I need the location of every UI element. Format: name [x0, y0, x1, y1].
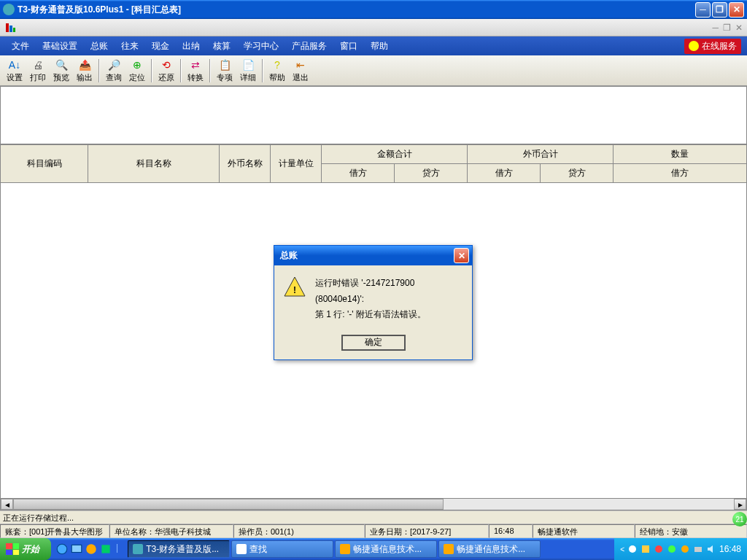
tray-chevron-icon[interactable]: <	[620, 545, 624, 553]
svg-rect-0	[6, 23, 9, 32]
menu-5[interactable]: 出纳	[177, 37, 206, 55]
svg-point-11	[655, 545, 662, 553]
menu-6[interactable]: 核算	[207, 37, 236, 55]
svg-rect-2	[13, 28, 15, 32]
ql-icon-4[interactable]	[99, 542, 112, 556]
mdi-restore-icon[interactable]: ❐	[723, 23, 731, 33]
tool-label-退出: 退出	[293, 72, 309, 83]
tool-定位[interactable]: ⊕定位	[125, 57, 149, 85]
tray-icon-5[interactable]	[680, 544, 690, 554]
tray-icon-3[interactable]	[654, 544, 664, 554]
svg-point-12	[668, 545, 676, 553]
tool-设置[interactable]: A↓设置	[3, 57, 26, 85]
menu-9[interactable]: 窗口	[334, 37, 363, 55]
mdi-bar: ─ ❐ ✕	[0, 19, 747, 36]
desktop-icon[interactable]	[70, 542, 83, 556]
mdi-close-icon[interactable]: ✕	[735, 23, 743, 33]
scroll-left-button[interactable]: ◂	[1, 499, 13, 510]
toolbar-separator	[180, 59, 182, 82]
task-icon-3	[444, 544, 454, 554]
tool-label-还原: 还原	[158, 72, 174, 83]
tray-icon-6[interactable]	[693, 544, 703, 554]
status-vendor: 畅捷通软件	[533, 524, 635, 538]
tray-icon-1[interactable]	[627, 544, 638, 554]
status-operator: 操作员：001(1)	[233, 524, 365, 538]
ie-icon[interactable]	[55, 542, 69, 556]
menu-2[interactable]: 总账	[85, 37, 114, 55]
tray-icon-2[interactable]	[640, 544, 651, 554]
quick-launch: |	[51, 542, 125, 556]
scroll-thumb[interactable]	[13, 499, 444, 510]
horizontal-scrollbar[interactable]: ◂ ▸	[0, 498, 747, 510]
menu-8[interactable]: 产品服务	[286, 37, 333, 55]
taskbar-tasks: T3-财务通普及版...查找畅捷通信息技术...畅捷通信息技术...	[125, 540, 614, 558]
dialog-msg-line2: 第 1 行: '-' 附近有语法错误。	[315, 307, 463, 323]
tool-详细[interactable]: 📄详细	[236, 57, 260, 85]
task-icon-0	[133, 544, 143, 554]
tool-icon-退出: ⇤	[294, 58, 307, 71]
svg-rect-10	[642, 545, 649, 553]
online-service-label: 在线服务	[702, 40, 737, 52]
scroll-right-button[interactable]: ▸	[734, 499, 746, 510]
taskbar-task-3[interactable]: 畅捷通信息技术...	[438, 540, 541, 558]
tool-转换[interactable]: ⇄转换	[184, 57, 207, 85]
maximize-button[interactable]: ❐	[712, 2, 727, 18]
svg-point-5	[57, 544, 67, 554]
start-label: 开始	[22, 543, 39, 556]
tool-专项[interactable]: 📋专项	[213, 57, 236, 85]
taskbar-task-2[interactable]: 畅捷通信息技术...	[335, 540, 437, 558]
col-name: 科目名称	[88, 145, 220, 183]
svg-rect-1	[9, 26, 12, 32]
notification-badge[interactable]: 21	[732, 512, 747, 526]
svg-point-9	[629, 545, 636, 553]
tool-icon-详细: 📄	[241, 58, 255, 71]
menu-4[interactable]: 现金	[146, 37, 175, 55]
tray-volume-icon[interactable]	[706, 544, 716, 554]
svg-point-13	[681, 545, 689, 553]
tool-label-打印: 打印	[30, 72, 46, 83]
tool-输出[interactable]: 📤输出	[73, 57, 96, 85]
tool-帮助[interactable]: ?帮助	[266, 57, 289, 85]
taskbar: 开始 | T3-财务通普及版...查找畅捷通信息技术...畅捷通信息技术... …	[0, 538, 747, 560]
task-icon-2	[340, 544, 350, 554]
menu-10[interactable]: 帮助	[365, 37, 394, 55]
toolbar-separator	[98, 59, 100, 82]
tool-还原[interactable]: ⟲还原	[155, 57, 178, 85]
menu-bar: 文件基础设置总账往来现金出纳核算学习中心产品服务窗口帮助 在线服务	[0, 36, 747, 55]
windows-logo-icon	[6, 543, 19, 555]
minimize-button[interactable]: ─	[695, 2, 711, 18]
tool-查询[interactable]: 🔎查询	[102, 57, 125, 85]
tool-label-预览: 预览	[53, 72, 69, 83]
error-dialog: 总账 ✕ ! 运行时错误 '-2147217900 (80040e14)': 第…	[274, 245, 473, 360]
ql-icon-3[interactable]	[85, 542, 98, 556]
menu-3[interactable]: 往来	[115, 37, 144, 55]
dialog-title-bar[interactable]: 总账 ✕	[274, 246, 472, 265]
taskbar-task-0[interactable]: T3-财务通普及版...	[128, 540, 230, 558]
mdi-app-icon	[4, 22, 16, 34]
svg-rect-6	[71, 545, 82, 552]
status-message: 正在运行存储过程...	[0, 510, 747, 524]
menu-1[interactable]: 基础设置	[36, 37, 83, 55]
tool-预览[interactable]: 🔍预览	[50, 57, 73, 85]
tool-打印[interactable]: 🖨打印	[26, 57, 50, 85]
close-button[interactable]: ✕	[729, 2, 744, 18]
system-tray[interactable]: < 16:48	[614, 538, 747, 560]
col-debit-2: 借方	[468, 164, 541, 183]
mdi-minimize-icon[interactable]: ─	[712, 23, 719, 33]
menu-0[interactable]: 文件	[6, 37, 35, 55]
scroll-track[interactable]	[13, 499, 734, 510]
start-button[interactable]: 开始	[0, 538, 51, 560]
tool-label-定位: 定位	[129, 72, 145, 83]
dialog-close-button[interactable]: ✕	[454, 248, 469, 263]
tool-退出[interactable]: ⇤退出	[289, 57, 312, 85]
dialog-msg-line1: 运行时错误 '-2147217900 (80040e14)':	[315, 276, 463, 307]
svg-rect-8	[101, 545, 109, 553]
online-service-button[interactable]: 在线服务	[684, 39, 741, 54]
taskbar-task-1[interactable]: 查找	[231, 540, 333, 558]
menu-7[interactable]: 学习中心	[238, 37, 285, 55]
task-label-2: 畅捷通信息技术...	[353, 543, 422, 556]
tray-clock[interactable]: 16:48	[719, 544, 741, 554]
tool-icon-打印: 🖨	[31, 58, 44, 71]
tray-icon-4[interactable]	[667, 544, 677, 554]
dialog-ok-button[interactable]: 确定	[341, 335, 406, 351]
